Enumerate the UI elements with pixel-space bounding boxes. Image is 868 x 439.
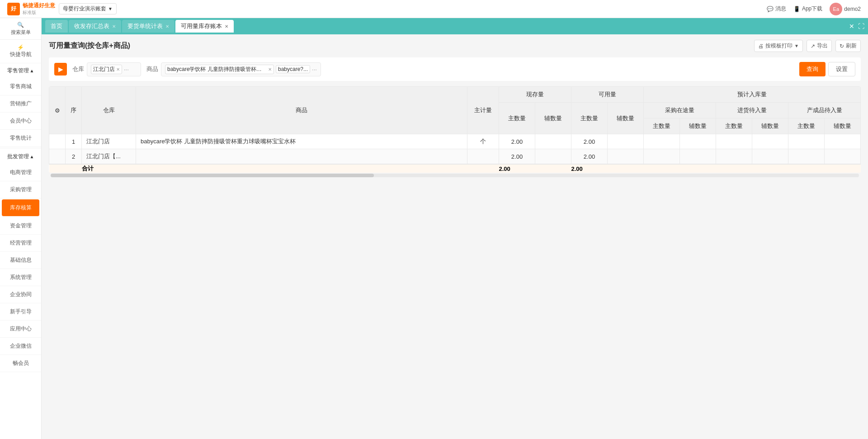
th-settings[interactable]: ⚙: [49, 87, 66, 134]
sidebar-item-wholesale[interactable]: 批发管理 ▲: [0, 149, 41, 164]
tab-expand-icon[interactable]: ⛶: [858, 23, 864, 30]
table-container: ⚙ 序 仓库 商品 主计量 现存量 可用量 预计入库量 主数量 辅: [49, 86, 861, 173]
product-more[interactable]: ···: [312, 66, 317, 73]
tab-receive-pay[interactable]: 收发存汇总表 ✕: [69, 20, 121, 33]
warehouse-filter: 仓库 江北门店 ✕ ···: [72, 62, 141, 76]
footer-incoming-aux: [752, 164, 788, 173]
sidebar-item-ecommerce[interactable]: 电商管理: [0, 164, 41, 181]
product-input[interactable]: babycare学饮杯 儿童防摔防撞吸管杯重力球吸嘴杯宝宝水杯 ✕ babyca…: [161, 62, 321, 76]
warehouse-tag-close[interactable]: ✕: [116, 67, 120, 72]
basic-info-label: 基础信息: [10, 257, 32, 263]
print-label: 按模板打印: [765, 42, 793, 50]
footer-product-main: [788, 164, 825, 173]
avatar-initials: Ea: [833, 6, 839, 12]
th-available: 可用量: [571, 87, 644, 103]
row-2-available-aux: [608, 149, 644, 165]
th-product: 商品: [136, 87, 467, 134]
filter-area: ▶ 仓库 江北门店 ✕ ··· 商品 babycare: [49, 57, 861, 81]
tab-receive-pay-close[interactable]: ✕: [112, 24, 116, 29]
footer-available-main: 2.00: [571, 164, 608, 173]
footer-available-aux: [608, 164, 644, 173]
row-1-available-aux: [608, 134, 644, 149]
refresh-label: 刷新: [846, 42, 857, 50]
table-header-row-1: ⚙ 序 仓库 商品 主计量 现存量 可用量 预计入库量: [49, 87, 861, 103]
footer-product-aux: [825, 164, 861, 173]
scroll-track[interactable]: [51, 174, 859, 177]
sidebar-item-retail-shop[interactable]: 零售商城: [0, 78, 41, 95]
sidebar-item-operations[interactable]: 经营管理: [0, 235, 41, 252]
th-product-aux: 辅数量: [825, 118, 861, 134]
print-btn[interactable]: 🖨 按模板打印 ▼: [754, 40, 803, 52]
sidebar-item-finance[interactable]: 资金管理: [0, 217, 41, 235]
th-current-aux: 辅数量: [535, 103, 571, 134]
wholesale-label: 批发管理: [7, 153, 29, 160]
newbie-label: 新手引导: [10, 308, 32, 315]
scroll-thumb[interactable]: [51, 174, 374, 177]
refresh-btn[interactable]: ↻ 刷新: [835, 40, 861, 52]
tab-available-stock-close[interactable]: ✕: [225, 24, 228, 29]
row-1-product-main: [788, 134, 825, 149]
tab-home[interactable]: 首页: [45, 20, 68, 33]
tab-order-stats[interactable]: 要货单统计表 ✕: [122, 20, 175, 33]
export-icon: ↗: [811, 43, 815, 49]
warehouse-input[interactable]: 江北门店 ✕ ···: [87, 62, 141, 76]
export-btn[interactable]: ↗ 导出: [807, 40, 832, 52]
sidebar-item-member[interactable]: 会员中心: [0, 113, 41, 130]
th-incoming-aux: 辅数量: [752, 118, 788, 134]
th-warehouse: 仓库: [82, 87, 136, 134]
row-1-available-main: 2.00: [571, 134, 608, 149]
th-incoming-pending: 进货待入量: [716, 103, 788, 118]
sidebar-item-newbie[interactable]: 新手引导: [0, 303, 41, 321]
sidebar-item-enterprise[interactable]: 企业协同: [0, 286, 41, 303]
product-tag-1-value: babycare学饮杯 儿童防摔防撞吸管杯重力球吸嘴杯宝宝水杯: [167, 66, 267, 73]
sidebar-item-enterprise-wechat[interactable]: 企业微信: [0, 338, 41, 355]
row-1-settings: [49, 134, 66, 149]
th-current-stock: 现存量: [499, 87, 571, 103]
row-2-settings: [49, 149, 66, 165]
warehouse-more[interactable]: ···: [124, 66, 129, 73]
top-bar-left: 好 畅捷通好生意 标准版 母婴行业演示账套 ▼: [7, 2, 117, 16]
download-label: App下载: [802, 5, 822, 13]
product-tag-1-close[interactable]: ✕: [268, 67, 272, 72]
page-title-bar: 可用量查询(按仓库+商品) 🖨 按模板打印 ▼ ↗ 导出 ↻ 刷新: [49, 40, 861, 52]
nav-icon: ⚡: [17, 44, 24, 51]
sidebar-item-retail-mgmt[interactable]: 零售管理 ▲: [0, 63, 41, 78]
query-btn[interactable]: 查询: [799, 62, 826, 76]
ecommerce-label: 电商管理: [10, 169, 32, 175]
sidebar-item-marketing[interactable]: 营销推广: [0, 95, 41, 113]
logo-text: 畅捷通好生意: [23, 2, 55, 9]
tab-order-stats-close[interactable]: ✕: [165, 24, 169, 29]
sidebar-search[interactable]: 🔍 搜索菜单: [0, 18, 41, 40]
sidebar-item-system[interactable]: 系统管理: [0, 269, 41, 286]
retail-mgmt-label: 零售管理: [7, 67, 29, 75]
tab-close-all-icon[interactable]: ✕: [849, 23, 854, 30]
row-2-current-main: 2.00: [499, 149, 535, 165]
th-available-main: 主数量: [571, 103, 608, 134]
table-row: 1 江北门店 babycare学饮杯 儿童防摔防撞吸管杯重力球吸嘴杯宝宝水杯 个…: [49, 134, 861, 149]
footer-current-aux: [535, 164, 571, 173]
divider-1: [0, 148, 41, 148]
refresh-icon: ↻: [840, 43, 844, 49]
sidebar-item-app-center[interactable]: 应用中心: [0, 321, 41, 338]
industry-selector[interactable]: 母婴行业演示账套 ▼: [59, 3, 117, 14]
tab-available-stock[interactable]: 可用量库存账本 ✕: [175, 20, 234, 33]
row-2-incoming-main: [716, 149, 752, 165]
content-area: 首页 收发存汇总表 ✕ 要货单统计表 ✕ 可用量库存账本 ✕ ✕ ⛶: [42, 18, 868, 439]
product-tag-2-value: babycare?...: [278, 66, 308, 72]
user-avatar-area[interactable]: Ea demo2: [830, 3, 861, 15]
sidebar-item-inventory[interactable]: 库存核算: [2, 199, 39, 217]
sidebar-item-retail-stats[interactable]: 零售统计: [0, 130, 41, 147]
product-tag-2: babycare?...: [276, 65, 310, 73]
page-title: 可用量查询(按仓库+商品): [49, 41, 130, 51]
footer-purchase-aux: [680, 164, 716, 173]
sidebar-item-basic-info[interactable]: 基础信息: [0, 252, 41, 269]
settings-btn[interactable]: 设置: [828, 62, 855, 76]
filter-toggle-btn[interactable]: ▶: [54, 63, 67, 76]
message-btn[interactable]: 💬 消息: [767, 5, 786, 13]
sidebar-item-quick-nav[interactable]: ⚡ 快捷导航: [0, 40, 41, 63]
sidebar-item-vip[interactable]: 畅会员: [0, 355, 41, 372]
th-purchase-main: 主数量: [644, 118, 680, 134]
app-download-btn[interactable]: 📱 App下载: [793, 5, 822, 13]
product-tag-1: babycare学饮杯 儿童防摔防撞吸管杯重力球吸嘴杯宝宝水杯 ✕: [165, 65, 274, 74]
sidebar-item-purchase[interactable]: 采购管理: [0, 181, 41, 198]
